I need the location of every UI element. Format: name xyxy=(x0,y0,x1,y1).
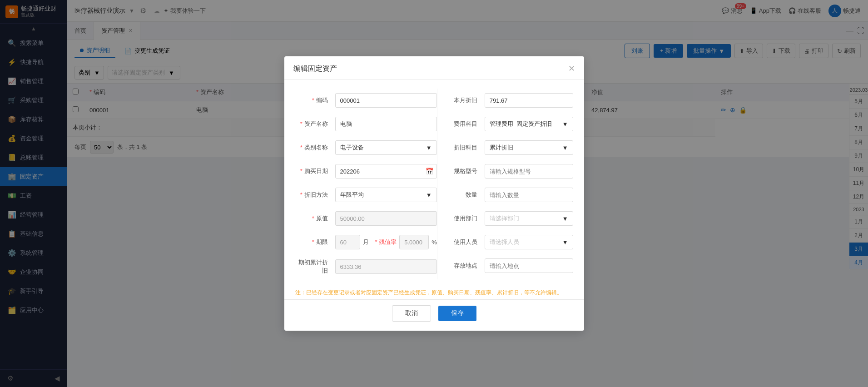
label-dep-account: 折旧科目 xyxy=(445,144,481,152)
select-user[interactable]: 请选择人员 ▼ xyxy=(485,235,573,249)
edit-asset-modal: 编辑固定资产 ✕ 编码 资产名称 xyxy=(284,56,584,331)
calendar-icon: 📅 xyxy=(426,168,433,175)
period-group: 月 * 残值率 % xyxy=(335,235,437,249)
save-button[interactable]: 保存 xyxy=(438,306,476,321)
form-row-asset-name: 资产名称 xyxy=(295,112,437,136)
input-asset-name[interactable] xyxy=(335,117,437,131)
expense-dropdown-icon: ▼ xyxy=(562,121,568,128)
label-code: 编码 xyxy=(295,96,332,104)
input-spec[interactable] xyxy=(485,164,573,179)
label-monthly-dep: 本月折旧 xyxy=(445,96,481,104)
form-row-department: 使用部门 请选择部门 ▼ xyxy=(445,207,573,230)
form-row-original-value: 原值 xyxy=(295,207,437,230)
dep-account-dropdown-icon: ▼ xyxy=(562,144,568,151)
input-monthly-dep[interactable] xyxy=(485,93,573,108)
category-dropdown-icon: ▼ xyxy=(426,144,432,151)
label-period: 期限 xyxy=(295,238,332,246)
select-category[interactable]: 电子设备 ▼ xyxy=(335,140,437,155)
modal-header: 编辑固定资产 ✕ xyxy=(284,56,584,79)
modal-body: 编码 资产名称 类别名称 电子设备 ▼ xyxy=(284,79,584,284)
input-initial-dep[interactable] xyxy=(335,259,437,274)
label-purchase-date: 购买日期 xyxy=(295,167,332,175)
form-row-spec: 规格型号 xyxy=(445,159,573,183)
month-unit: 月 xyxy=(363,238,369,246)
select-expense-account[interactable]: 管理费用_固定资产折旧 ▼ xyxy=(485,117,573,131)
form-row-user: 使用人员 请选择人员 ▼ xyxy=(445,230,573,254)
label-dep-method: 折旧方法 xyxy=(295,191,332,199)
purchase-date-wrapper: 📅 xyxy=(335,164,437,179)
input-residual-rate[interactable] xyxy=(399,235,429,249)
modal-close-icon[interactable]: ✕ xyxy=(568,64,575,74)
label-location: 存放地点 xyxy=(445,262,481,270)
label-department: 使用部门 xyxy=(445,214,481,223)
input-quantity[interactable] xyxy=(485,188,573,202)
form-row-expense-account: 费用科目 管理费用_固定资产折旧 ▼ xyxy=(445,112,573,136)
form-row-category: 类别名称 电子设备 ▼ xyxy=(295,136,437,159)
modal-footer: 取消 保存 xyxy=(284,299,584,331)
input-period[interactable] xyxy=(335,235,360,249)
input-original-value[interactable] xyxy=(335,211,437,226)
form-row-initial-dep: 期初累计折旧 xyxy=(295,254,437,279)
cancel-button[interactable]: 取消 xyxy=(392,305,431,322)
input-purchase-date[interactable] xyxy=(335,164,437,179)
label-category: 类别名称 xyxy=(295,144,332,152)
form-row-dep-method: 折旧方法 年限平均 ▼ xyxy=(295,183,437,207)
form-row-monthly-dep: 本月折旧 xyxy=(445,89,573,112)
select-department[interactable]: 请选择部门 ▼ xyxy=(485,211,573,226)
modal-title: 编辑固定资产 xyxy=(293,64,337,74)
select-dep-account[interactable]: 累计折旧 ▼ xyxy=(485,140,573,155)
user-dropdown-icon: ▼ xyxy=(562,239,568,246)
input-code[interactable] xyxy=(335,93,437,108)
label-expense-account: 费用科目 xyxy=(445,120,481,128)
modal-left-col: 编码 资产名称 类别名称 电子设备 ▼ xyxy=(295,89,437,279)
label-asset-name: 资产名称 xyxy=(295,120,332,128)
department-dropdown-icon: ▼ xyxy=(562,215,568,222)
modal-right-col: 本月折旧 费用科目 管理费用_固定资产折旧 ▼ 折旧科目 xyxy=(437,89,573,279)
label-quantity: 数量 xyxy=(445,191,481,199)
form-row-quantity: 数量 xyxy=(445,183,573,207)
residual-label: * 残值率 xyxy=(375,238,397,246)
modal-form-grid: 编码 资产名称 类别名称 电子设备 ▼ xyxy=(295,89,573,279)
label-spec: 规格型号 xyxy=(445,167,481,175)
modal-note: 注：已经存在变更记录或者对应固定资产已经生成凭证，原值、购买日期、残值率、累计折… xyxy=(284,284,584,299)
select-dep-method[interactable]: 年限平均 ▼ xyxy=(335,188,437,202)
form-row-period: 期限 月 * 残值率 % xyxy=(295,230,437,254)
form-row-dep-account: 折旧科目 累计折旧 ▼ xyxy=(445,136,573,159)
label-original-value: 原值 xyxy=(295,214,332,223)
dep-method-dropdown-icon: ▼ xyxy=(426,192,432,198)
percent-unit: % xyxy=(432,239,437,246)
form-row-purchase-date: 购买日期 📅 xyxy=(295,159,437,183)
label-user: 使用人员 xyxy=(445,238,481,246)
modal-overlay[interactable]: 编辑固定资产 ✕ 编码 资产名称 xyxy=(0,0,868,387)
form-row-code: 编码 xyxy=(295,89,437,112)
label-initial-dep: 期初累计折旧 xyxy=(295,258,332,275)
input-location[interactable] xyxy=(485,258,573,273)
form-row-location: 存放地点 xyxy=(445,254,573,278)
